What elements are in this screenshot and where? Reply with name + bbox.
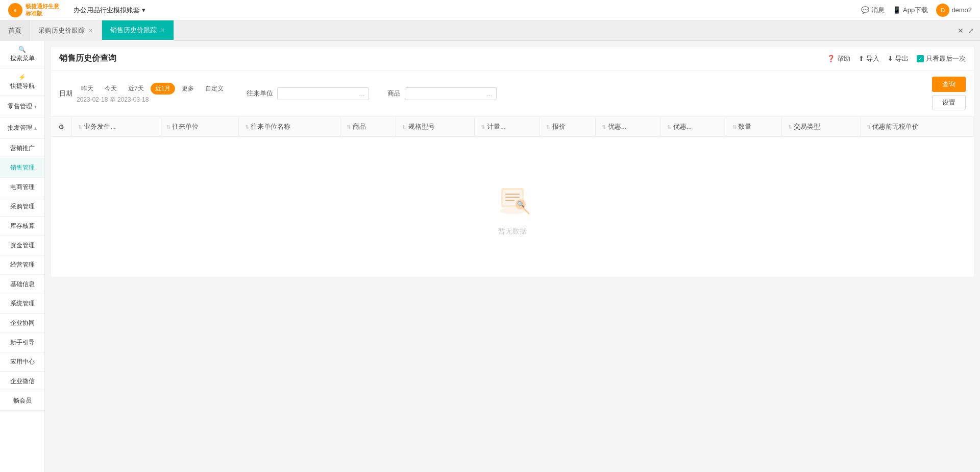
sidebar-item-label: 零售管理 bbox=[8, 102, 32, 111]
sidebar-item-system[interactable]: 系统管理 bbox=[0, 294, 44, 314]
sidebar-item-label: 销售管理 bbox=[10, 163, 35, 172]
sort-icon: ⇅ bbox=[667, 124, 671, 130]
tab-purchase-close[interactable]: × bbox=[88, 26, 93, 35]
sidebar-item-label: 采购管理 bbox=[10, 202, 35, 211]
sidebar-item-label: 基础信息 bbox=[10, 280, 35, 289]
export-btn[interactable]: ⬇ 导出 bbox=[888, 54, 909, 63]
col-pretax-price[interactable]: ⇅ 优惠前无税单价 bbox=[860, 117, 973, 137]
date-btn-custom[interactable]: 自定义 bbox=[201, 83, 228, 95]
close-all-icon[interactable]: ✕ bbox=[958, 27, 964, 35]
date-btn-1month[interactable]: 近1月 bbox=[151, 83, 176, 95]
message-btn[interactable]: 💬 消息 bbox=[861, 6, 885, 15]
sidebar-item-app-center[interactable]: 应用中心 bbox=[0, 352, 44, 372]
sidebar-item-label: 快捷导航 bbox=[10, 82, 35, 90]
sidebar-item-finance[interactable]: 资金管理 bbox=[0, 236, 44, 255]
expand-icon[interactable]: ⤢ bbox=[968, 27, 974, 35]
col-trade-type[interactable]: ⇅ 交易类型 bbox=[781, 117, 860, 137]
sidebar-item-operations[interactable]: 经营管理 bbox=[0, 255, 44, 275]
sort-icon: ⇅ bbox=[245, 124, 249, 130]
col-partner-code[interactable]: ⇅ 往来单位 bbox=[160, 117, 238, 137]
col-label: 报价 bbox=[552, 123, 566, 130]
col-quantity[interactable]: ⇅ 数量 bbox=[726, 117, 781, 137]
col-label: 优惠... bbox=[673, 123, 692, 130]
sidebar-item-quick-nav[interactable]: ⚡ 快捷导航 bbox=[0, 68, 44, 96]
sidebar-item-inventory[interactable]: 库存核算 bbox=[0, 217, 44, 236]
export-label: 导出 bbox=[895, 54, 909, 63]
date-btn-more[interactable]: 更多 bbox=[177, 83, 199, 95]
sidebar-item-label: 新手引导 bbox=[10, 338, 35, 347]
app-selector[interactable]: 办公用品行业模拟账套 ▾ bbox=[74, 6, 145, 15]
date-btn-yesterday[interactable]: 昨天 bbox=[77, 83, 98, 95]
sidebar-item-marketing[interactable]: 营销推广 bbox=[0, 139, 44, 158]
col-discount2[interactable]: ⇅ 优惠... bbox=[660, 117, 726, 137]
col-biz-date[interactable]: ⇅ 业务发生... bbox=[71, 117, 160, 137]
col-label: 规格型号 bbox=[408, 123, 435, 130]
tab-sales-history[interactable]: 销售历史价跟踪 × bbox=[102, 20, 174, 41]
help-label: 帮助 bbox=[837, 54, 850, 63]
col-discount1[interactable]: ⇅ 优惠... bbox=[596, 117, 661, 137]
logo-area: 6 畅捷通好生意 标准版 bbox=[8, 3, 59, 17]
date-buttons: 昨天 今天 近7天 近1月 更多 自定义 bbox=[77, 83, 228, 95]
col-unit[interactable]: ⇅ 计量... bbox=[475, 117, 540, 137]
svg-text:🔍: 🔍 bbox=[517, 200, 525, 208]
checkbox-icon: ✓ bbox=[917, 55, 924, 62]
user-area[interactable]: D demo2 bbox=[936, 4, 972, 17]
col-partner-name[interactable]: ⇅ 往来单位名称 bbox=[238, 117, 340, 137]
help-btn[interactable]: ❓ 帮助 bbox=[827, 54, 850, 63]
col-product[interactable]: ⇅ 商品 bbox=[340, 117, 396, 137]
top-bar: 6 畅捷通好生意 标准版 办公用品行业模拟账套 ▾ 💬 消息 📱 App下载 D… bbox=[0, 0, 980, 20]
partner-filter-group: 往来单位 ... bbox=[247, 87, 369, 100]
sidebar-item-search[interactable]: 🔍 搜索菜单 bbox=[0, 41, 44, 68]
main-layout: 🔍 搜索菜单 ⚡ 快捷导航 零售管理 ▾ 批发管理 ▴ 营销推广 销售管理 电商… bbox=[0, 41, 980, 472]
only-last-label: 只看最后一次 bbox=[926, 54, 966, 63]
tab-sales-close[interactable]: × bbox=[160, 26, 165, 35]
date-section: 昨天 今天 近7天 近1月 更多 自定义 2023-02-18 至 2023-0… bbox=[77, 83, 228, 104]
avatar: D bbox=[936, 4, 949, 17]
sort-icon: ⇅ bbox=[347, 124, 351, 130]
sidebar-item-label: 畅会员 bbox=[13, 396, 32, 405]
logo-icon: 6 bbox=[8, 3, 22, 17]
sidebar-item-label: 经营管理 bbox=[10, 261, 35, 269]
sidebar-item-wholesale[interactable]: 批发管理 ▴ bbox=[0, 117, 44, 139]
product-filter-group: 商品 ... bbox=[387, 87, 497, 100]
sidebar-item-enterprise[interactable]: 企业协同 bbox=[0, 314, 44, 333]
sidebar-item-retail[interactable]: 零售管理 ▾ bbox=[0, 96, 44, 117]
col-gear[interactable]: ⚙ bbox=[51, 117, 71, 137]
product-input[interactable]: ... bbox=[405, 87, 497, 100]
col-label: 优惠前无税单价 bbox=[872, 123, 919, 130]
import-btn[interactable]: ⬆ 导入 bbox=[859, 54, 879, 63]
page-header: 销售历史价查询 ❓ 帮助 ⬆ 导入 ⬇ 导出 bbox=[51, 47, 974, 70]
settings-button[interactable]: 设置 bbox=[932, 95, 966, 110]
sidebar-item-member[interactable]: 畅会员 bbox=[0, 391, 44, 411]
sort-icon: ⇅ bbox=[546, 124, 550, 130]
logo-text: 畅捷通好生意 标准版 bbox=[26, 3, 59, 16]
date-btn-today[interactable]: 今天 bbox=[100, 83, 121, 95]
sidebar-item-basic-info[interactable]: 基础信息 bbox=[0, 275, 44, 294]
col-label: 往来单位 bbox=[172, 123, 199, 130]
gear-icon: ⚙ bbox=[58, 123, 64, 131]
sidebar-item-label: 企业协同 bbox=[10, 319, 35, 327]
page-title: 销售历史价查询 bbox=[59, 53, 116, 64]
sidebar-item-purchase[interactable]: 采购管理 bbox=[0, 197, 44, 217]
sidebar-item-label: 搜索菜单 bbox=[10, 54, 35, 63]
tab-home[interactable]: 首页 bbox=[0, 20, 30, 41]
sidebar-item-sales-mgmt[interactable]: 销售管理 bbox=[0, 158, 44, 178]
sidebar-item-ecommerce[interactable]: 电商管理 bbox=[0, 178, 44, 197]
sidebar-item-wechat[interactable]: 企业微信 bbox=[0, 372, 44, 391]
partner-input[interactable]: ... bbox=[277, 87, 369, 100]
export-icon: ⬇ bbox=[888, 55, 893, 62]
table-wrapper: ⚙ ⇅ 业务发生... ⇅ 往来单位 bbox=[51, 117, 974, 277]
top-bar-left: 6 畅捷通好生意 标准版 办公用品行业模拟账套 ▾ bbox=[8, 3, 145, 17]
tab-purchase-history[interactable]: 采购历史价跟踪 × bbox=[30, 20, 102, 41]
date-btn-7days[interactable]: 近7天 bbox=[124, 83, 149, 95]
chevron-up-icon: ▴ bbox=[34, 125, 37, 131]
only-last-checkbox[interactable]: ✓ 只看最后一次 bbox=[917, 54, 966, 63]
query-button[interactable]: 查询 bbox=[932, 77, 966, 92]
col-spec[interactable]: ⇅ 规格型号 bbox=[396, 117, 475, 137]
search-icon: 🔍 bbox=[18, 46, 26, 53]
col-label: 往来单位名称 bbox=[251, 123, 290, 130]
app-download-btn[interactable]: 📱 App下载 bbox=[893, 6, 928, 15]
col-quote[interactable]: ⇅ 报价 bbox=[540, 117, 596, 137]
sort-icon: ⇅ bbox=[732, 124, 737, 130]
sidebar-item-guide[interactable]: 新手引导 bbox=[0, 333, 44, 352]
